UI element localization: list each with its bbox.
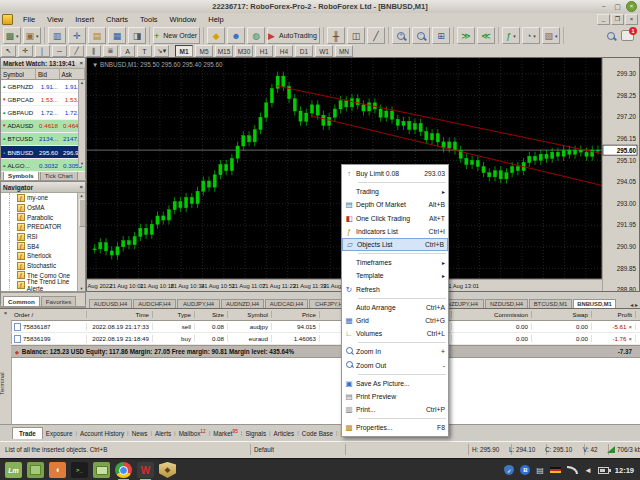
market-watch-row[interactable]: ▲BNBUSD295.60296.90 — [1, 146, 85, 159]
timeframe-h1-button[interactable]: H1 — [255, 45, 273, 57]
context-menu-item-indicators-list[interactable]: ƒIndicators ListCtrl+I — [342, 225, 448, 238]
taskbar-chrome-icon[interactable] — [115, 462, 132, 478]
zoom-out-button[interactable]: - — [412, 27, 430, 44]
context-menu-item-volumes[interactable]: ∟VolumesCtrl+L — [342, 327, 448, 340]
orders-col-type[interactable]: Type — [153, 311, 195, 318]
close-order-icon[interactable]: × — [628, 336, 632, 342]
wifi-icon[interactable] — [567, 466, 578, 474]
chart-shift-button[interactable]: ≪ — [477, 27, 495, 44]
chart-tabs-scroll-arrows[interactable]: ◂ ▸ — [630, 301, 640, 308]
terminal-tab-mailbox[interactable]: Mailbox12 — [176, 427, 209, 439]
terminal-tab-exposure[interactable]: Exposure — [43, 428, 76, 439]
close-order-icon[interactable]: × — [628, 324, 632, 330]
timeframe-mn-button[interactable]: MN — [335, 45, 353, 57]
indicators-button[interactable]: ƒ▾ — [502, 27, 520, 44]
context-menu-item-save-as-picture[interactable]: ▣Save As Picture... — [342, 377, 448, 390]
battery-icon[interactable] — [598, 467, 609, 474]
metaeditor-button[interactable]: ◆ — [207, 27, 225, 44]
orders-col-symbol[interactable]: Symbol — [228, 311, 272, 318]
chart-tab-audcad-h4[interactable]: AUDCAD,H4 — [265, 299, 308, 308]
navigator-scrollbar[interactable]: ▲▼ — [77, 193, 85, 291]
orders-col-size[interactable]: Size — [195, 311, 228, 318]
market-watch-row[interactable]: ▼ADAUSD0.46180.4642 — [1, 120, 85, 133]
market-watch-row[interactable]: ▲ALGO...0.30320.3055 — [1, 159, 85, 172]
context-menu-item-print-preview[interactable]: ▤Print Preview — [342, 390, 448, 403]
bluetooth-icon[interactable]: B — [520, 465, 530, 475]
market-watch-scrollbar[interactable]: ▲▼ — [78, 80, 85, 166]
timeframe-h4-button[interactable]: H4 — [275, 45, 293, 57]
context-menu-item-print[interactable]: ▥Print...Ctrl+P — [342, 403, 448, 416]
keyboard-layout-de-icon[interactable] — [550, 467, 561, 474]
chart-tab-audusd-h4[interactable]: AUDUSD,H4 — [89, 299, 132, 308]
context-menu-item-objects-list[interactable]: ▱Objects ListCtrl+B — [342, 238, 448, 251]
terminal-toggle-button[interactable]: ▦ — [108, 27, 126, 44]
terminal-tab-code-base[interactable]: Code Base — [299, 428, 336, 439]
notifications-icon[interactable]: 1 — [621, 30, 634, 41]
printer-icon[interactable]: ▤ — [536, 466, 544, 475]
menu-view[interactable]: View — [41, 14, 69, 25]
search-icon[interactable] — [607, 32, 615, 40]
autotrading-button[interactable]: ▶AutoTrading — [267, 27, 320, 44]
orders-col-order-[interactable]: Order / — [11, 311, 87, 318]
context-menu-item-trading[interactable]: Trading▸ — [342, 185, 448, 198]
tile-windows-button[interactable]: ⊞ — [432, 27, 450, 44]
terminal-close-icon[interactable]: × — [0, 310, 11, 316]
community-button[interactable]: ◍ — [247, 27, 265, 44]
menu-insert[interactable]: Insert — [69, 14, 100, 25]
orders-col-time[interactable]: Time — [87, 311, 153, 318]
maximize-button[interactable]: ▢ — [612, 2, 623, 12]
navigator-item[interactable]: ƒmy-one — [1, 193, 85, 203]
market-watch-row[interactable]: ▼GBPCAD1.53...1.53... — [1, 93, 85, 106]
timeframe-m30-button[interactable]: M30 — [235, 45, 253, 57]
navigator-item[interactable]: ƒThe Trend Line Alerte — [1, 280, 85, 290]
update-shield-icon[interactable]: ✓ — [504, 465, 514, 475]
market-watch-col-bid[interactable]: Bid — [36, 69, 60, 79]
terminal-tab-trade[interactable]: Trade — [12, 427, 43, 439]
bar-chart-mode-button[interactable]: ╫ — [327, 27, 345, 44]
terminal-tab-account-history[interactable]: Account History — [77, 428, 127, 439]
chart-tab-audchf-h4[interactable]: AUDCHF,H4 — [133, 299, 176, 308]
market-watch-toggle-button[interactable]: ▥ — [48, 27, 66, 44]
context-menu-item-auto-arrange[interactable]: Auto ArrangeCtrl+A — [342, 301, 448, 314]
navigator-titlebar[interactable]: Navigator × — [1, 182, 85, 193]
mdi-close-button[interactable]: × — [625, 14, 638, 25]
context-menu-item-timeframes[interactable]: Timeframes▸ — [342, 256, 448, 269]
menu-window[interactable]: Window — [164, 14, 203, 25]
fibonacci-retracement-button[interactable]: ≣ — [103, 45, 118, 57]
timeframe-m15-button[interactable]: M15 — [215, 45, 233, 57]
new-chart-button[interactable]: ▩▾ — [3, 27, 21, 44]
profiles-button[interactable]: ▣▾ — [23, 27, 41, 44]
taskbar-orange-app-icon[interactable]: ◖ — [49, 462, 66, 478]
taskbar-terminal-app-icon[interactable]: >_ — [71, 462, 88, 478]
menu-file[interactable]: File — [17, 14, 41, 25]
zoom-in-button[interactable]: + — [392, 27, 410, 44]
status-profile[interactable]: Default — [250, 444, 346, 455]
context-menu-item-refresh[interactable]: ↻Refresh — [342, 283, 448, 296]
vertical-line-button[interactable]: │ — [35, 45, 50, 57]
timeframe-w1-button[interactable]: W1 — [315, 45, 333, 57]
taskbar-mint-menu-icon[interactable]: Lm — [5, 462, 22, 478]
taskbar-writer-app-icon[interactable]: W — [137, 462, 154, 478]
orders-col-swap[interactable]: Swap — [532, 311, 592, 318]
context-menu-item-grid[interactable]: ▦GridCtrl+G — [342, 314, 448, 327]
order-row[interactable]: 758361872022.08.19 21:17:33sell0.08audjp… — [11, 321, 640, 333]
navigator-close-icon[interactable]: × — [79, 184, 83, 190]
navigator-item[interactable]: ƒPREDATOR — [1, 222, 85, 232]
title-bar[interactable]: 22236717: RoboForex-Pro-2 - RoboForex Lt… — [0, 0, 640, 14]
taskbar-mt4-app-icon[interactable]: ◈ — [159, 462, 176, 478]
market-watch-col-ask[interactable]: Ask — [60, 69, 86, 79]
timeframe-d1-button[interactable]: D1 — [295, 45, 313, 57]
orders-col-price[interactable]: Price — [272, 311, 320, 318]
context-menu-item-buy-limit[interactable]: ↑Buy Limit 0.08293.03 — [342, 167, 448, 180]
chart-tab-nzdusd-h4[interactable]: NZDUSD,H4 — [485, 299, 528, 308]
market-watch-row[interactable]: ▲BTCUSD2134...2147... — [1, 133, 85, 146]
volume-icon[interactable]: ◄ — [584, 466, 592, 475]
navigator-tab-common[interactable]: Common — [3, 296, 40, 306]
navigator-item[interactable]: ƒParabolic — [1, 212, 85, 222]
auto-scroll-button[interactable]: ≫ — [457, 27, 475, 44]
chart-tab-audnzd-h4[interactable]: AUDNZD,H4 — [221, 299, 264, 308]
text-label-button[interactable]: T — [137, 45, 152, 57]
candlestick-mode-button[interactable]: ◫ — [347, 27, 365, 44]
terminal-tab-news[interactable]: News — [129, 428, 151, 439]
line-chart-mode-button[interactable]: ╱ — [367, 27, 385, 44]
